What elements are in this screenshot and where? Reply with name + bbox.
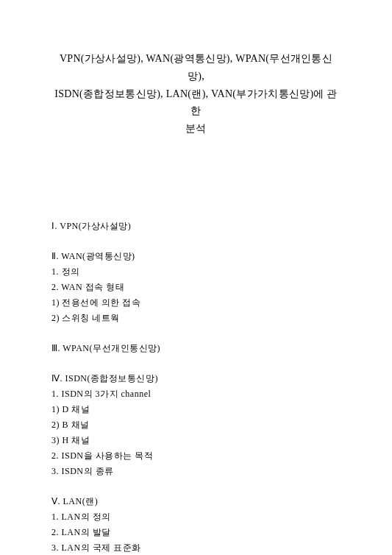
toc-item: 1. LAN의 정의	[51, 509, 341, 525]
toc-item: 2. LAN의 발달	[51, 525, 341, 540]
table-of-contents: Ⅰ. VPN(가상사설망) Ⅱ. WAN(광역통신망) 1. 정의 2. WAN…	[51, 219, 341, 555]
toc-section-wpan: Ⅲ. WPAN(무선개인통신망)	[51, 341, 341, 356]
toc-item: 3. LAN의 국제 표준화	[51, 540, 341, 555]
toc-heading: Ⅲ. WPAN(무선개인통신망)	[51, 341, 341, 356]
toc-item: 2. WAN 접속 형태	[51, 280, 341, 295]
title-line-1: VPN(가상사설망), WAN(광역통신망), WPAN(무선개인통신망),	[51, 50, 341, 85]
document-title: VPN(가상사설망), WAN(광역통신망), WPAN(무선개인통신망), I…	[51, 50, 341, 138]
toc-item: 1) D 채널	[51, 402, 341, 417]
toc-item: 2) 스위칭 네트웍	[51, 311, 341, 326]
toc-item: 2) B 채널	[51, 417, 341, 433]
toc-section-lan: Ⅴ. LAN(랜) 1. LAN의 정의 2. LAN의 발달 3. LAN의 …	[51, 494, 341, 555]
title-line-2: ISDN(종합정보통신망), LAN(랜), VAN(부가가치통신망)에 관한	[51, 85, 341, 121]
toc-section-vpn: Ⅰ. VPN(가상사설망)	[51, 219, 341, 234]
toc-item: 1. 정의	[51, 264, 341, 280]
title-line-3: 분석	[51, 120, 341, 138]
toc-heading: Ⅴ. LAN(랜)	[51, 494, 341, 509]
toc-section-isdn: Ⅳ. ISDN(종합정보통신망) 1. ISDN의 3가지 channel 1)…	[51, 371, 341, 479]
toc-heading: Ⅰ. VPN(가상사설망)	[51, 219, 341, 234]
toc-item: 2. ISDN을 사용하는 목적	[51, 448, 341, 464]
toc-item: 3) H 채널	[51, 433, 341, 448]
toc-item: 1) 전용선에 의한 접속	[51, 295, 341, 311]
toc-section-wan: Ⅱ. WAN(광역통신망) 1. 정의 2. WAN 접속 형태 1) 전용선에…	[51, 249, 341, 326]
toc-item: 3. ISDN의 종류	[51, 464, 341, 479]
toc-heading: Ⅳ. ISDN(종합정보통신망)	[51, 371, 341, 386]
toc-item: 1. ISDN의 3가지 channel	[51, 386, 341, 402]
toc-heading: Ⅱ. WAN(광역통신망)	[51, 249, 341, 264]
